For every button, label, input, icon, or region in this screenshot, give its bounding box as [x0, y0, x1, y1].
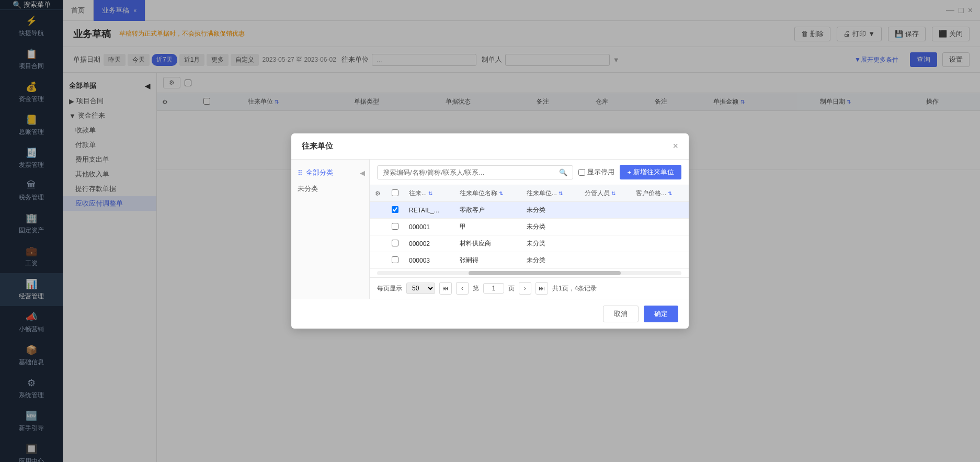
row-checkbox[interactable] — [392, 206, 398, 213]
add-icon: + — [627, 168, 631, 176]
row-check — [386, 235, 404, 252]
sort-sales-icon: ⇅ — [611, 190, 616, 196]
row-category: 未分类 — [521, 219, 579, 235]
modal-overlay[interactable]: 往来单位 × ⠿ 全部分类 ◀ 未分类 — [0, 0, 980, 462]
sort-code-icon: ⇅ — [428, 190, 432, 196]
add-partner-button[interactable]: + 新增往来单位 — [620, 165, 681, 179]
row-price — [631, 252, 689, 269]
row-name: 甲 — [454, 219, 521, 235]
row-name: 张嗣得 — [454, 252, 521, 269]
table-row[interactable]: 000002 材料供应商 未分类 — [370, 235, 689, 252]
show-disabled-label: 显示停用 — [587, 167, 614, 177]
show-disabled-checkbox[interactable] — [578, 169, 585, 176]
last-page-btn[interactable]: ⏭ — [535, 282, 548, 295]
modal-col-category[interactable]: 往来单位... ⇅ — [521, 185, 579, 202]
scrollbar-thumb[interactable] — [469, 271, 621, 275]
modal-cat-uncategorized[interactable]: 未分类 — [291, 181, 369, 197]
table-row[interactable]: RETAIL_... 零散客户 未分类 — [370, 202, 689, 219]
sort-name-icon: ⇅ — [499, 190, 503, 196]
modal-pagination: 每页显示 50 100 200 ⏮ ‹ 第 页 › ⏭ 共1页，4条记录 — [370, 277, 689, 299]
partner-modal: 往来单位 × ⠿ 全部分类 ◀ 未分类 — [291, 133, 689, 329]
total-records: 共1页，4条记录 — [552, 284, 597, 293]
modal-toolbar: 🔍 显示停用 + 新增往来单位 — [370, 160, 689, 185]
row-name: 材料供应商 — [454, 235, 521, 252]
row-code: 000002 — [404, 235, 454, 252]
row-price — [631, 219, 689, 235]
row-code: 000001 — [404, 219, 454, 235]
page-label: 第 — [473, 284, 479, 293]
modal-sidebar: ⠿ 全部分类 ◀ 未分类 — [291, 160, 370, 299]
modal-footer: 取消 确定 — [291, 299, 689, 329]
per-page-label: 每页显示 — [377, 284, 402, 293]
row-category: 未分类 — [521, 202, 579, 219]
add-btn-label: 新增往来单位 — [633, 167, 674, 177]
row-name: 零散客户 — [454, 202, 521, 219]
sort-cat-icon: ⇅ — [559, 190, 563, 196]
modal-table-wrap: ⚙ 往来... ⇅ 往来单位名称 ⇅ 往来单位... ⇅ 分管人员 ⇅ 客户价格… — [370, 185, 689, 269]
row-check — [386, 219, 404, 235]
row-salesperson — [579, 235, 631, 252]
modal-sidebar-collapse-btn[interactable]: ◀ — [360, 169, 365, 177]
modal-search-box[interactable]: 🔍 — [377, 165, 573, 179]
row-salesperson — [579, 202, 631, 219]
modal-col-settings: ⚙ — [370, 185, 386, 202]
row-check — [386, 252, 404, 269]
row-checkbox[interactable] — [392, 256, 398, 263]
row-salesperson — [579, 252, 631, 269]
category-grid-icon: ⠿ — [298, 169, 303, 177]
modal-close-button[interactable]: × — [673, 141, 678, 152]
first-page-btn[interactable]: ⏮ — [439, 282, 452, 295]
row-settings — [370, 202, 386, 219]
row-checkbox[interactable] — [392, 240, 398, 246]
modal-col-name[interactable]: 往来单位名称 ⇅ — [454, 185, 521, 202]
page-unit: 页 — [508, 284, 515, 293]
modal-col-code[interactable]: 往来... ⇅ — [404, 185, 454, 202]
modal-cat-header-content: ⠿ 全部分类 — [298, 168, 333, 177]
modal-body: ⠿ 全部分类 ◀ 未分类 🔍 — [291, 160, 689, 299]
show-disabled-toggle: 显示停用 — [578, 167, 614, 177]
page-number-input[interactable] — [483, 283, 504, 294]
row-category: 未分类 — [521, 252, 579, 269]
row-settings — [370, 235, 386, 252]
uncategorized-label: 未分类 — [298, 184, 318, 194]
table-row[interactable]: 000003 张嗣得 未分类 — [370, 252, 689, 269]
modal-cat-header: ⠿ 全部分类 ◀ — [291, 165, 369, 181]
per-page-select[interactable]: 50 100 200 — [406, 283, 435, 294]
modal-col-check — [386, 185, 404, 202]
prev-page-btn[interactable]: ‹ — [456, 282, 469, 295]
row-code: RETAIL_... — [404, 202, 454, 219]
modal-table: ⚙ 往来... ⇅ 往来单位名称 ⇅ 往来单位... ⇅ 分管人员 ⇅ 客户价格… — [370, 185, 689, 269]
table-row[interactable]: 000001 甲 未分类 — [370, 219, 689, 235]
search-icon: 🔍 — [559, 168, 567, 176]
row-code: 000003 — [404, 252, 454, 269]
horizontal-scrollbar[interactable] — [377, 271, 681, 275]
row-checkbox[interactable] — [392, 223, 398, 230]
row-settings — [370, 219, 386, 235]
modal-col-price[interactable]: 客户价格... ⇅ — [631, 185, 689, 202]
modal-table-body: RETAIL_... 零散客户 未分类 000001 甲 — [370, 202, 689, 269]
row-price — [631, 202, 689, 219]
all-categories-label: 全部分类 — [306, 168, 333, 177]
row-settings — [370, 252, 386, 269]
sort-price-icon: ⇅ — [668, 190, 672, 196]
modal-header: 往来单位 × — [291, 133, 689, 160]
next-page-btn[interactable]: › — [519, 282, 531, 295]
modal-main: 🔍 显示停用 + 新增往来单位 — [370, 160, 689, 299]
row-category: 未分类 — [521, 235, 579, 252]
row-salesperson — [579, 219, 631, 235]
row-price — [631, 235, 689, 252]
modal-title: 往来单位 — [302, 141, 333, 151]
modal-search-input[interactable] — [383, 168, 556, 176]
modal-header-checkbox[interactable] — [392, 189, 398, 196]
cancel-button[interactable]: 取消 — [603, 306, 639, 322]
modal-table-header: ⚙ 往来... ⇅ 往来单位名称 ⇅ 往来单位... ⇅ 分管人员 ⇅ 客户价格… — [370, 185, 689, 202]
modal-col-salesperson[interactable]: 分管人员 ⇅ — [579, 185, 631, 202]
confirm-button[interactable]: 确定 — [644, 306, 678, 322]
row-check — [386, 202, 404, 219]
